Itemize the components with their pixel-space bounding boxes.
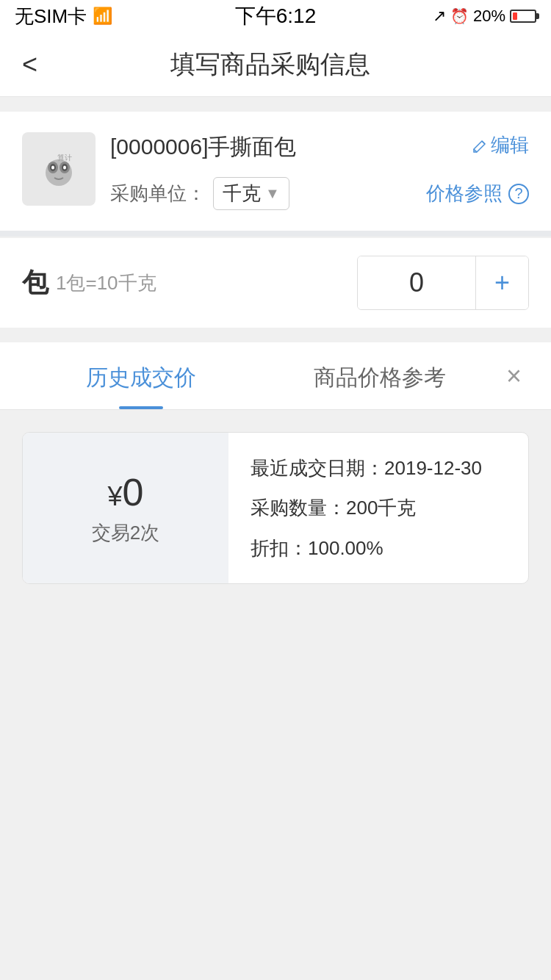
back-button[interactable]: <: [22, 49, 37, 80]
product-unit-row: 采购单位： 千克 ▼ 价格参照 ?: [110, 177, 529, 210]
product-header: [0000006]手撕面包 编辑: [110, 132, 529, 162]
location-icon: ↗: [433, 7, 446, 26]
page-title: 填写商品采购信息: [52, 48, 488, 82]
tab-close-button[interactable]: ×: [499, 353, 529, 399]
pack-sub: 1包=10千克: [56, 270, 156, 296]
quantity-section: 包 1包=10千克 +: [0, 238, 551, 328]
edit-icon: [472, 137, 488, 154]
wifi-icon: 📶: [93, 7, 112, 26]
history-right-panel: 最近成交日期：2019-12-30 采购数量：200千克 折扣：100.00%: [228, 433, 528, 583]
quantity-label: 包 1包=10千克: [22, 265, 156, 301]
unit-label: 采购单位：: [110, 181, 206, 206]
battery-percent: 20%: [473, 7, 505, 26]
battery-icon: [510, 10, 536, 23]
nav-bar: < 填写商品采购信息: [0, 32, 551, 97]
unit-select[interactable]: 千克 ▼: [213, 177, 289, 210]
tab-underline: [119, 406, 163, 409]
history-section: ¥0 交易2次 最近成交日期：2019-12-30 采购数量：200千克 折扣：…: [0, 410, 551, 606]
tab-history-price[interactable]: 历史成交价: [22, 342, 260, 409]
yen-symbol: ¥: [108, 481, 123, 511]
svg-point-6: [63, 166, 66, 170]
quantity-input[interactable]: [358, 256, 475, 309]
price-reference-button[interactable]: 价格参照 ?: [426, 181, 529, 206]
discount-line: 折扣：100.00%: [251, 535, 506, 561]
trade-count: 交易2次: [92, 520, 159, 546]
price-number: 0: [123, 471, 144, 514]
tab-product-price-ref[interactable]: 商品价格参考: [260, 342, 498, 409]
purchase-qty-line: 采购数量：200千克: [251, 494, 506, 521]
status-time: 下午6:12: [235, 2, 317, 30]
recent-date-line: 最近成交日期：2019-12-30: [251, 455, 506, 481]
dropdown-arrow-icon: ▼: [265, 185, 280, 202]
product-image: 算计: [22, 132, 96, 206]
product-card: 算计 [0000006]手撕面包 编辑 采购单位： 千克 ▼: [0, 112, 551, 231]
section-divider: [0, 231, 551, 237]
svg-point-5: [51, 166, 54, 170]
tabs-container: 历史成交价 商品价格参考 ×: [0, 342, 551, 410]
status-left: 无SIM卡 📶: [15, 4, 112, 29]
product-info: [0000006]手撕面包 编辑 采购单位： 千克 ▼ 价格参照: [110, 132, 529, 210]
quantity-control: +: [357, 256, 529, 310]
pack-label: 包: [22, 265, 48, 301]
product-thumbnail-icon: 算计: [37, 147, 81, 191]
status-right: ↗ ⏰ 20%: [433, 7, 536, 26]
product-name: [0000006]手撕面包: [110, 132, 296, 162]
status-bar: 无SIM卡 📶 下午6:12 ↗ ⏰ 20%: [0, 0, 551, 32]
edit-button[interactable]: 编辑: [472, 132, 529, 158]
svg-text:算计: 算计: [57, 154, 72, 162]
battery-fill: [513, 12, 517, 20]
price-display: ¥0: [108, 470, 144, 514]
history-card: ¥0 交易2次 最近成交日期：2019-12-30 采购数量：200千克 折扣：…: [22, 432, 529, 584]
alarm-icon: ⏰: [450, 7, 469, 25]
history-left-panel: ¥0 交易2次: [23, 433, 228, 583]
help-icon: ?: [508, 184, 529, 204]
sim-text: 无SIM卡: [15, 4, 87, 29]
quantity-plus-button[interactable]: +: [475, 256, 528, 309]
